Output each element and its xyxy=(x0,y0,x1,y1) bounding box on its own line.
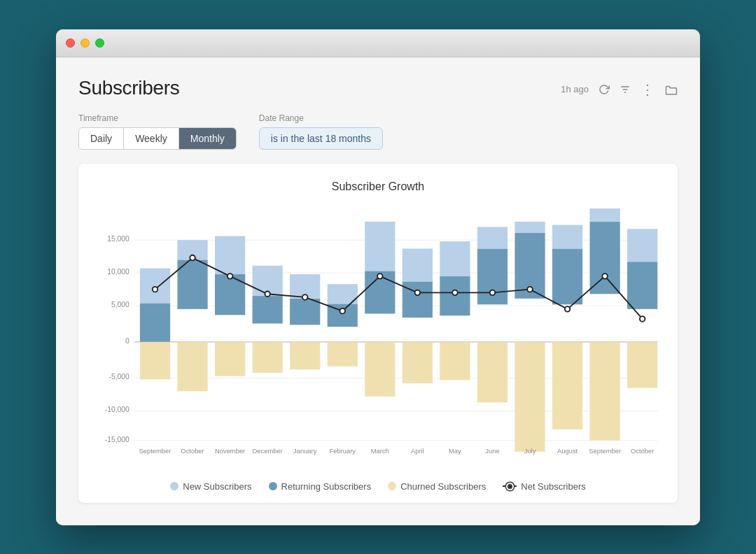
svg-rect-50 xyxy=(514,341,545,451)
returning-subscribers-dot xyxy=(269,482,277,490)
svg-text:February: February xyxy=(330,446,356,454)
returning-subscribers-label: Returning Subscribers xyxy=(281,481,372,492)
svg-point-71 xyxy=(565,306,570,312)
minimize-button[interactable] xyxy=(80,38,90,48)
svg-text:January: January xyxy=(293,446,317,454)
svg-text:April: April xyxy=(411,446,424,454)
header-actions: 1h ago ⋮ xyxy=(561,81,678,98)
timeframe-btn-group: Daily Weekly Monthly xyxy=(78,127,237,150)
more-icon[interactable]: ⋮ xyxy=(640,81,655,98)
svg-rect-24 xyxy=(215,274,245,315)
svg-text:November: November xyxy=(215,446,245,454)
filters-row: Timeframe Daily Weekly Monthly Date Rang… xyxy=(78,113,678,150)
main-content: Subscribers 1h ago ⋮ Timeframe Daily xyxy=(56,57,700,525)
net-subscribers-label: Net Subscribers xyxy=(521,481,585,492)
svg-rect-56 xyxy=(590,341,620,440)
svg-rect-23 xyxy=(177,341,207,390)
svg-rect-49 xyxy=(514,221,545,232)
svg-rect-20 xyxy=(140,341,170,379)
daily-button[interactable]: Daily xyxy=(79,128,124,149)
new-subscribers-dot xyxy=(170,482,178,490)
titlebar xyxy=(56,29,700,57)
folder-icon[interactable] xyxy=(665,84,678,95)
bar-september2 xyxy=(590,208,620,441)
svg-rect-25 xyxy=(215,236,245,274)
bar-november xyxy=(215,236,245,376)
legend-returning-subscribers: Returning Subscribers xyxy=(269,481,372,492)
svg-point-61 xyxy=(190,255,195,260)
bar-april xyxy=(402,248,433,383)
svg-rect-18 xyxy=(140,303,170,341)
bar-march xyxy=(365,221,395,396)
date-range-button[interactable]: is in the last 18 months xyxy=(259,127,383,150)
monthly-button[interactable]: Monthly xyxy=(179,128,236,149)
svg-text:March: March xyxy=(371,446,389,454)
svg-rect-32 xyxy=(290,341,320,369)
svg-rect-51 xyxy=(552,248,582,304)
svg-text:October: October xyxy=(631,446,654,454)
churned-subscribers-dot xyxy=(388,482,396,490)
refresh-icon[interactable] xyxy=(598,84,610,95)
svg-text:June: June xyxy=(485,446,499,454)
svg-rect-44 xyxy=(440,341,470,379)
bar-february xyxy=(328,284,358,366)
svg-rect-30 xyxy=(290,298,320,325)
svg-text:5,000: 5,000 xyxy=(111,301,130,308)
date-range-label: Date Range xyxy=(259,113,383,123)
svg-rect-46 xyxy=(477,227,507,248)
svg-text:0: 0 xyxy=(125,336,130,344)
bar-july xyxy=(514,221,545,451)
svg-point-67 xyxy=(415,290,421,295)
bar-september xyxy=(140,268,170,379)
net-subscribers-line-icon xyxy=(503,485,517,487)
timeframe-filter: Timeframe Daily Weekly Monthly xyxy=(78,113,237,150)
svg-rect-43 xyxy=(440,241,470,276)
weekly-button[interactable]: Weekly xyxy=(124,128,179,149)
bar-december xyxy=(253,265,283,372)
svg-point-63 xyxy=(265,291,270,297)
svg-rect-41 xyxy=(402,341,433,383)
chart-area: 15,000 10,000 5,000 0 -5,000 -10,000 -15… xyxy=(95,207,661,473)
header-row: Subscribers 1h ago ⋮ xyxy=(78,77,678,99)
bar-may xyxy=(440,241,470,380)
svg-rect-29 xyxy=(253,341,283,372)
chart-legend: New Subscribers Returning Subscribers Ch… xyxy=(95,481,661,492)
svg-rect-52 xyxy=(552,225,582,248)
svg-point-62 xyxy=(227,274,233,279)
bar-october2 xyxy=(627,229,657,388)
churned-subscribers-label: Churned Subscribers xyxy=(400,481,486,492)
bar-january xyxy=(290,274,320,369)
svg-text:-15,000: -15,000 xyxy=(105,435,130,443)
svg-point-73 xyxy=(640,316,645,322)
svg-point-66 xyxy=(377,274,383,279)
svg-text:-5,000: -5,000 xyxy=(109,373,130,381)
svg-text:-10,000: -10,000 xyxy=(105,406,130,413)
svg-point-70 xyxy=(527,286,533,292)
page-title: Subscribers xyxy=(78,77,180,99)
filter-icon[interactable] xyxy=(620,84,631,95)
close-button[interactable] xyxy=(66,38,75,48)
legend-new-subscribers: New Subscribers xyxy=(170,481,251,492)
svg-text:September: September xyxy=(589,446,621,454)
bar-june xyxy=(477,227,507,402)
svg-point-68 xyxy=(452,290,458,295)
timeframe-label: Timeframe xyxy=(78,113,237,123)
svg-text:July: July xyxy=(524,446,536,454)
svg-text:September: September xyxy=(139,446,172,454)
svg-rect-35 xyxy=(328,341,358,366)
svg-point-65 xyxy=(340,308,346,313)
legend-churned-subscribers: Churned Subscribers xyxy=(388,481,486,492)
svg-rect-26 xyxy=(215,341,245,376)
svg-rect-54 xyxy=(590,221,620,293)
svg-rect-40 xyxy=(402,248,433,281)
svg-text:May: May xyxy=(449,446,461,454)
svg-rect-38 xyxy=(365,341,395,396)
app-window: Subscribers 1h ago ⋮ Timeframe Daily xyxy=(56,29,700,525)
svg-rect-58 xyxy=(627,229,657,262)
svg-rect-27 xyxy=(253,296,283,323)
bar-august xyxy=(552,225,582,429)
maximize-button[interactable] xyxy=(95,38,104,48)
svg-rect-39 xyxy=(402,281,433,318)
svg-rect-45 xyxy=(477,248,507,304)
timestamp: 1h ago xyxy=(561,84,589,94)
